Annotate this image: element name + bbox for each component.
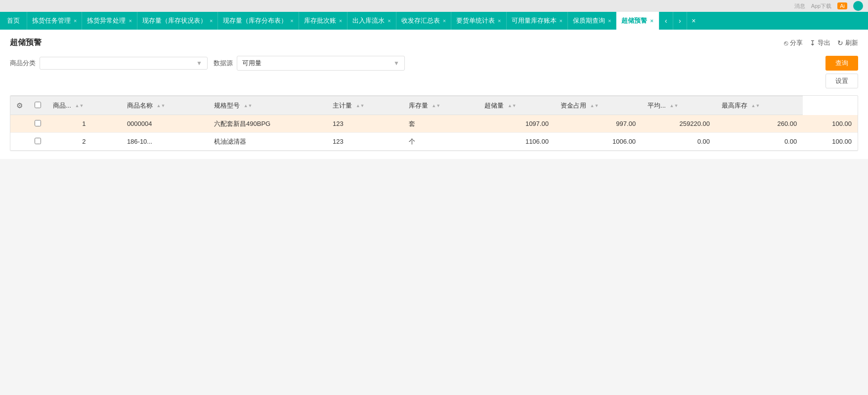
nav-home[interactable]: 首页 (0, 12, 27, 30)
filter-controls: 商品分类 ▼ 数据源 可用量 ▼ (10, 56, 818, 71)
nav-stock-dist[interactable]: 现存量（库存分布表） × (218, 12, 299, 30)
export-button[interactable]: ↧ 导出 (810, 39, 830, 47)
nav-quality-check[interactable]: 保质期查询 × (568, 12, 616, 30)
col-select-all (29, 96, 47, 115)
nav-overstock-warning[interactable]: 超储预警 × (616, 12, 658, 30)
datasource-chevron-icon: ▼ (393, 60, 399, 67)
table-body: 1 0000004 六配套新昌490BPG 123 套 1097.00 997.… (10, 115, 858, 151)
column-settings-icon[interactable]: ⚙ (16, 101, 23, 110)
close-stock-dist[interactable]: × (290, 18, 293, 24)
row-settings-cell (10, 115, 29, 133)
col-product-code[interactable]: 商品... ▲▼ (47, 96, 121, 115)
close-stock-status[interactable]: × (210, 18, 213, 24)
nav-batch-account[interactable]: 库存批次账 × (299, 12, 347, 30)
query-button[interactable]: 查询 (825, 56, 858, 71)
category-label: 商品分类 (10, 59, 36, 68)
refresh-icon: ↻ (837, 39, 843, 47)
nav-stock-status[interactable]: 现存量（库存状况表） × (137, 12, 218, 30)
category-select[interactable]: ▼ (40, 57, 208, 70)
sort-product-name-icon: ▲▼ (157, 104, 166, 108)
col-product-name[interactable]: 商品名称 ▲▼ (121, 96, 208, 115)
nav-pick-task[interactable]: 拣货任务管理 × (27, 12, 82, 30)
datasource-label: 数据源 (214, 59, 233, 68)
row-overstock: 1006.00 (555, 133, 642, 151)
col-max-stock[interactable]: 最高库存 ▲▼ (716, 96, 803, 115)
data-table: ⚙ 商品... ▲▼ 商品名称 ▲▼ 规格型号 ▲▼ (10, 96, 858, 151)
sort-capital-icon: ▲▼ (590, 104, 599, 108)
table-header-row: ⚙ 商品... ▲▼ 商品名称 ▲▼ 规格型号 ▲▼ (10, 96, 858, 115)
nav-prev-arrow[interactable]: ‹ (659, 12, 673, 30)
content-area: 超储预警 ⎋ 分享 ↧ 导出 ↻ 刷新 商品分类 ▼ (0, 30, 868, 159)
close-pick-exception[interactable]: × (129, 18, 131, 24)
close-usable-stock[interactable]: × (560, 18, 563, 24)
col-stock[interactable]: 库存量 ▲▼ (403, 96, 479, 115)
row-avg-price: 260.00 (716, 115, 803, 133)
col-unit[interactable]: 主计量 ▲▼ (327, 96, 403, 115)
action-buttons: 查询 设置 (825, 56, 858, 88)
row-checkbox-cell (29, 115, 47, 133)
sort-spec-icon: ▲▼ (244, 104, 253, 108)
row-checkbox-cell (29, 133, 47, 151)
nav-pick-exception[interactable]: 拣货异常处理 × (82, 12, 137, 30)
close-quality-check[interactable]: × (608, 18, 611, 24)
filters-section: 商品分类 ▼ 数据源 可用量 ▼ 查询 设置 (10, 56, 858, 88)
row-checkbox[interactable] (35, 138, 41, 144)
message-link[interactable]: 消息 (794, 2, 805, 10)
nav-in-out-flow[interactable]: 出入库流水 × (347, 12, 396, 30)
nav-order-stats[interactable]: 要货单统计表 × (451, 12, 506, 30)
settings-button[interactable]: 设置 (825, 74, 858, 88)
close-in-out-flow[interactable]: × (388, 18, 391, 24)
row-stock: 1097.00 (478, 115, 555, 133)
row-checkbox[interactable] (35, 120, 41, 126)
close-batch-account[interactable]: × (339, 18, 342, 24)
app-download-link[interactable]: App下载 (811, 2, 832, 10)
table-row: 2 186-10... 机油滤清器 123 个 1106.00 1006.00 … (10, 133, 858, 151)
row-stock: 1106.00 (478, 133, 555, 151)
row-avg-price: 0.00 (716, 133, 803, 151)
nav-close-arrow[interactable]: × (687, 12, 700, 30)
row-num: 1 (47, 115, 121, 133)
row-capital: 259220.00 (642, 115, 716, 133)
row-unit: 个 (403, 133, 479, 151)
col-overstock[interactable]: 超储量 ▲▼ (478, 96, 555, 115)
top-navigation: 首页 拣货任务管理 × 拣货异常处理 × 现存量（库存状况表） × 现存量（库存… (0, 12, 868, 30)
row-unit: 套 (403, 115, 479, 133)
table-row: 1 0000004 六配套新昌490BPG 123 套 1097.00 997.… (10, 115, 858, 133)
col-capital[interactable]: 资金占用 ▲▼ (555, 96, 642, 115)
data-table-wrapper: ⚙ 商品... ▲▼ 商品名称 ▲▼ 规格型号 ▲▼ (10, 95, 858, 151)
refresh-button[interactable]: ↻ 刷新 (837, 39, 858, 47)
select-all-checkbox[interactable] (35, 102, 41, 108)
row-spec: 123 (327, 115, 403, 133)
datasource-filter: 数据源 可用量 ▼ (214, 56, 405, 71)
row-capital: 0.00 (642, 133, 716, 151)
nav-usable-stock[interactable]: 可用量库存账本 × (507, 12, 568, 30)
sort-max-stock-icon: ▲▼ (751, 104, 760, 108)
nav-next-arrow[interactable]: › (673, 12, 687, 30)
page-header: 超储预警 ⎋ 分享 ↧ 导出 ↻ 刷新 (10, 38, 858, 48)
sort-product-code-icon: ▲▼ (75, 104, 84, 108)
share-button[interactable]: ⎋ 分享 (784, 39, 803, 47)
close-order-stats[interactable]: × (498, 18, 501, 24)
page-title: 超储预警 (10, 38, 42, 48)
sort-avg-price-icon: ▲▼ (670, 104, 679, 108)
header-actions: ⎋ 分享 ↧ 导出 ↻ 刷新 (784, 39, 858, 47)
row-max-stock: 100.00 (803, 115, 858, 133)
ai-link[interactable]: Ai (837, 2, 847, 9)
close-pick-task[interactable]: × (74, 18, 77, 24)
col-settings: ⚙ (10, 96, 29, 115)
close-summary[interactable]: × (443, 18, 446, 24)
share-icon: ⎋ (784, 39, 788, 47)
avatar[interactable] (853, 1, 863, 11)
category-filter: 商品分类 ▼ (10, 56, 208, 71)
close-overstock-warning[interactable]: × (650, 18, 653, 24)
col-avg-price[interactable]: 平均... ▲▼ (642, 96, 716, 115)
row-overstock: 997.00 (555, 115, 642, 133)
top-bar: 消息 App下载 Ai (0, 0, 868, 12)
row-settings-cell (10, 133, 29, 151)
row-num: 2 (47, 133, 121, 151)
col-spec[interactable]: 规格型号 ▲▼ (208, 96, 327, 115)
datasource-select[interactable]: 可用量 ▼ (237, 56, 405, 71)
nav-summary[interactable]: 收发存汇总表 × (396, 12, 451, 30)
category-chevron-icon: ▼ (196, 60, 202, 67)
row-product-name: 机油滤清器 (208, 133, 327, 151)
